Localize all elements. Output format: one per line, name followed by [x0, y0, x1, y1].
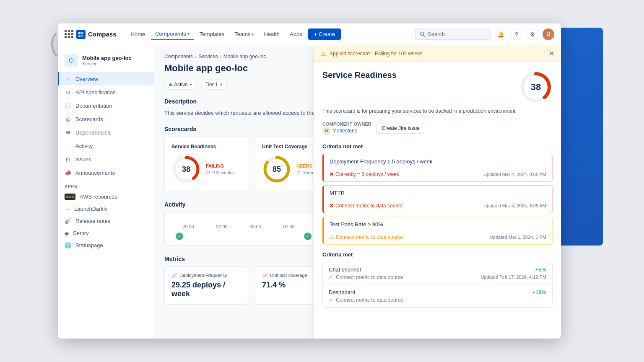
panel-header-row: Service Readiness 38: [322, 70, 553, 104]
sidebar-item-documentation[interactable]: 📄 Documentation: [58, 99, 154, 112]
nav-templates[interactable]: Templates: [195, 28, 229, 40]
overview-icon: ≡: [65, 75, 71, 82]
criteria-met-title-1: Dashboard: [329, 289, 356, 295]
panel-score-circle: 38: [519, 70, 553, 104]
tick-1: 22:00: [205, 224, 239, 229]
panel-banner-detail: Failing for 102 weeks: [375, 51, 422, 57]
sidebar-item-activity[interactable]: ⬝ Activity: [58, 139, 154, 153]
help-icon[interactable]: ?: [511, 28, 522, 40]
criteria-met-section: Criteria met Chat channel +5%: [322, 251, 553, 308]
score-circle-1: 85: [262, 155, 291, 184]
settings-icon[interactable]: ⚙: [527, 28, 538, 40]
scorecards-icon: ◎: [65, 116, 71, 122]
create-jira-button[interactable]: Create Jira issue: [377, 123, 425, 134]
activity-icon: ⬝: [65, 142, 71, 149]
sidebar-item-release-notes[interactable]: 🎸 Release notes: [58, 215, 154, 227]
sidebar-item-overview[interactable]: ≡ Overview: [58, 72, 154, 85]
fail-icon-0: ✖: [330, 171, 334, 177]
fail-icon-1: ✖: [330, 203, 334, 209]
panel-banner-text: Applied scorecard: [330, 51, 370, 57]
activity-dot-0: ✓: [176, 233, 183, 240]
metric-chart-icon-0: 📈: [171, 273, 177, 278]
grid-menu-icon[interactable]: [65, 30, 73, 39]
tick-3: 00:00: [272, 224, 306, 229]
search-input[interactable]: [428, 31, 478, 37]
components-chevron-icon: ▾: [187, 32, 190, 36]
criteria-status-2: ⚠ Connect metric to data source: [330, 234, 403, 240]
criteria-met-item-1[interactable]: Dashboard +10% ✓ Connect metric to data …: [323, 285, 552, 308]
tick-0: 20:00: [171, 224, 205, 229]
criteria-met-title-0: Chat channel: [329, 266, 361, 273]
panel-title: Service Readiness: [322, 70, 397, 80]
panel-close-button[interactable]: ✕: [549, 49, 554, 57]
panel-description: This scorecard is for preparing your ser…: [322, 107, 553, 115]
svg-rect-0: [78, 32, 80, 34]
sidebar-item-scorecards[interactable]: ◎ Scorecards: [58, 112, 154, 126]
tier-label: Tier 1: [205, 82, 218, 88]
nav-right: 🔔 ? ⚙ U: [415, 28, 554, 40]
scorecard-card-0[interactable]: Service Readiness 38: [164, 137, 248, 191]
criteria-item-1[interactable]: MTTR ✖ Connect metric to data source Upd…: [322, 185, 553, 213]
criteria-item-2[interactable]: Test Pass Rate ≥ 90% ⚠ Connect metric to…: [322, 217, 553, 245]
sidebar-item-dependencies[interactable]: ❋ Dependencies: [58, 126, 154, 139]
criteria-title-2: Test Pass Rate ≥ 90%: [330, 221, 383, 228]
criteria-timestamp-0: Updated Mar 4, 2024, 8:00 AM: [483, 172, 546, 177]
nav-links: Home Components ▾ Templates Teams ▾ Heal…: [127, 28, 412, 40]
sidebar-item-announcements[interactable]: 📣 Announcements: [58, 166, 154, 179]
sidebar-header: ⬡ Mobile app geo-loc Service: [58, 52, 154, 72]
criteria-title-1: MTTR: [330, 190, 345, 196]
sidebar-item-launchdarkly[interactable]: → LaunchDarkly: [58, 203, 154, 215]
score-weeks-0: ⏱ 102 weeks: [206, 170, 234, 175]
search-icon: [420, 31, 425, 37]
owner-avatar: M: [322, 127, 331, 135]
score-circle-0: 38: [171, 155, 201, 184]
breadcrumb-components[interactable]: Components: [164, 54, 193, 59]
sidebar-item-statuspage[interactable]: 🌐 Statuspage: [58, 239, 154, 251]
scorecard-title-0: Service Readiness: [171, 144, 241, 150]
check-icon-0: ✓: [329, 274, 333, 280]
owner-label: Component owner: [322, 122, 371, 127]
criteria-met-plus-0: +5%: [535, 266, 546, 273]
tier-badge[interactable]: Tier 1 ▾: [201, 80, 227, 90]
nav-apps[interactable]: Apps: [286, 28, 306, 40]
launchdarkly-icon: →: [65, 206, 70, 212]
logo[interactable]: Compass: [76, 30, 117, 39]
nav-components[interactable]: Components ▾: [151, 28, 194, 40]
owner-link[interactable]: M Modestone: [322, 127, 371, 135]
logo-icon: [76, 30, 86, 39]
app-window: Compass Home Components ▾ Templates Team…: [58, 23, 561, 339]
content-area: Components / Services / Mobile app geo-l…: [154, 45, 561, 339]
criteria-item-0[interactable]: Deployment Frequency ≥ 5 deploys / week …: [322, 154, 553, 182]
top-nav: Compass Home Components ▾ Templates Team…: [58, 23, 561, 45]
user-avatar[interactable]: U: [543, 28, 554, 40]
sidebar-item-issues[interactable]: ⊡ Issues: [58, 153, 154, 166]
score-status-0: FAILING: [206, 163, 234, 168]
metric-card-0[interactable]: 📈 Deployment Frequency 29.25 deploys / w…: [164, 266, 248, 305]
panel-score-num: 38: [531, 82, 541, 93]
component-icon: ⬡: [65, 54, 78, 67]
statuspage-icon: 🌐: [65, 242, 71, 248]
nav-teams[interactable]: Teams ▾: [230, 28, 258, 40]
sentry-icon: ◈: [65, 230, 69, 236]
nav-health[interactable]: Health: [260, 28, 284, 40]
score-number-0: 38: [182, 165, 190, 173]
criteria-not-met-title: Criteria not met: [322, 143, 553, 150]
nav-home[interactable]: Home: [127, 28, 150, 40]
notifications-icon[interactable]: 🔔: [495, 28, 506, 40]
svg-rect-3: [81, 35, 83, 37]
status-badge[interactable]: Active ▾: [164, 80, 197, 90]
tick-2: 00:00: [239, 224, 272, 229]
breadcrumb-services[interactable]: Services: [198, 54, 218, 59]
logo-text: Compass: [88, 31, 117, 38]
search-box[interactable]: [415, 28, 491, 40]
create-button[interactable]: + Create: [308, 28, 341, 40]
criteria-met-item-0[interactable]: Chat channel +5% ✓ Connect metric to dat…: [323, 262, 552, 285]
svg-rect-1: [81, 32, 83, 34]
criteria-timestamp-2: Updated Mar 1, 2024, 5 PM: [490, 235, 546, 240]
panel-warn-icon: ⚠: [321, 50, 326, 57]
component-type: Service: [82, 61, 132, 66]
sidebar-item-api-spec[interactable]: ⊙ API specification: [58, 85, 154, 99]
sidebar: ⬡ Mobile app geo-loc Service ≡ Overview …: [58, 45, 154, 339]
sidebar-item-aws[interactable]: aws AWS resources: [58, 191, 154, 203]
sidebar-item-sentry[interactable]: ◈ Sentry: [58, 227, 154, 239]
